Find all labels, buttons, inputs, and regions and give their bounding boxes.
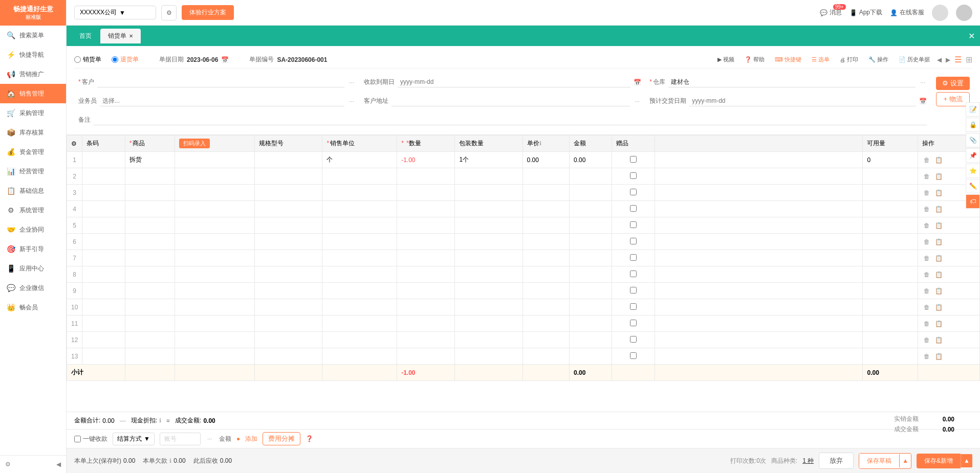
qty-cell[interactable] xyxy=(397,332,455,348)
amount-cell[interactable] xyxy=(570,348,612,365)
copy-icon[interactable]: 📋 xyxy=(933,206,944,213)
delete-icon[interactable]: 🗑 xyxy=(922,255,931,262)
pkg-qty-cell[interactable] xyxy=(455,250,522,266)
pkg-qty-cell[interactable] xyxy=(455,316,522,332)
radio-return-order[interactable]: 退货单 xyxy=(112,55,139,64)
unit-price-cell[interactable] xyxy=(522,299,570,316)
cash-discount-info[interactable]: ℹ xyxy=(159,417,161,424)
unit-price-cell[interactable] xyxy=(522,316,570,332)
col-settings[interactable]: ⚙ xyxy=(67,136,82,152)
unit-cell[interactable] xyxy=(322,299,397,316)
copy-icon[interactable]: 📋 xyxy=(933,189,944,196)
qty-cell[interactable] xyxy=(397,299,455,316)
select-btn[interactable]: ☰ 选单 xyxy=(809,54,833,65)
copy-icon[interactable]: 📋 xyxy=(933,238,944,245)
qty-cell[interactable] xyxy=(397,250,455,266)
sidebar-item-system[interactable]: ⚙ 系统管理 xyxy=(0,200,66,220)
pkg-qty-cell[interactable] xyxy=(455,185,522,201)
sidebar-item-basic[interactable]: 📋 基础信息 xyxy=(0,181,66,200)
close-all-button[interactable]: ✕ xyxy=(968,31,975,41)
unit-price-cell[interactable] xyxy=(522,234,570,250)
unit-price-cell[interactable] xyxy=(522,332,570,348)
gift-cell[interactable] xyxy=(612,168,655,185)
barcode-cell[interactable] xyxy=(82,185,125,201)
pkg-qty-cell[interactable]: 1个 xyxy=(455,152,522,168)
copy-icon[interactable]: 📋 xyxy=(933,222,944,229)
right-float-pin[interactable]: 📌 xyxy=(966,148,980,163)
right-float-lock[interactable]: 🔒 xyxy=(966,118,980,132)
product-cell[interactable] xyxy=(125,348,175,365)
delete-icon[interactable]: 🗑 xyxy=(922,189,931,196)
amount-cell[interactable] xyxy=(570,316,612,332)
save-draft-button[interactable]: 保存草稿 xyxy=(859,454,899,468)
grid-view-btn[interactable]: ⊞ xyxy=(966,55,972,64)
user-avatar-2[interactable] xyxy=(956,5,972,21)
sidebar-item-weixin[interactable]: 💬 企业微信 xyxy=(0,278,66,298)
pkg-qty-cell[interactable] xyxy=(455,332,522,348)
product-cell[interactable] xyxy=(125,266,175,283)
unit-price-cell[interactable] xyxy=(522,217,570,234)
warehouse-more-btn[interactable]: ··· xyxy=(919,79,927,86)
radio-sales-order[interactable]: 销货单 xyxy=(74,55,101,64)
gift-checkbox[interactable] xyxy=(630,336,637,343)
user-avatar[interactable] xyxy=(932,5,948,21)
copy-icon[interactable]: 📋 xyxy=(933,255,944,262)
prev-btn[interactable]: ◀ xyxy=(937,56,942,63)
qty-cell[interactable] xyxy=(397,217,455,234)
spec-cell[interactable] xyxy=(255,299,322,316)
qty-cell[interactable] xyxy=(397,185,455,201)
amount-cell[interactable] xyxy=(570,332,612,348)
one-click-checkbox[interactable] xyxy=(74,436,81,442)
sidebar-item-search[interactable]: 🔍 搜索菜单 xyxy=(0,26,66,45)
delete-icon[interactable]: 🗑 xyxy=(922,206,931,213)
barcode-cell[interactable] xyxy=(82,152,125,168)
product-cell[interactable] xyxy=(125,250,175,266)
copy-icon[interactable]: 📋 xyxy=(933,173,944,180)
barcode-cell[interactable] xyxy=(82,332,125,348)
right-float-star[interactable]: ⭐ xyxy=(966,164,980,178)
copy-icon[interactable]: 📋 xyxy=(933,156,944,164)
sidebar-item-finance[interactable]: 💰 资金管理 xyxy=(0,142,66,162)
unit-cell[interactable]: 个 xyxy=(322,152,397,168)
copy-icon[interactable]: 📋 xyxy=(933,287,944,295)
operate-btn[interactable]: 🔧 操作 xyxy=(865,54,891,65)
unit-cell[interactable] xyxy=(322,348,397,365)
qty-cell[interactable] xyxy=(397,266,455,283)
tab-home[interactable]: 首页 xyxy=(72,29,99,43)
warehouse-input[interactable] xyxy=(668,77,916,87)
gift-cell[interactable] xyxy=(612,185,655,201)
amount-cell[interactable] xyxy=(570,168,612,185)
gift-cell[interactable] xyxy=(612,217,655,234)
history-btn[interactable]: 📄 历史单据 xyxy=(896,54,933,65)
unit-price-cell[interactable] xyxy=(522,250,570,266)
delete-icon[interactable]: 🗑 xyxy=(922,222,931,229)
gift-checkbox[interactable] xyxy=(630,205,637,212)
gift-checkbox[interactable] xyxy=(630,271,637,277)
online-service-link[interactable]: 👤 在线客服 xyxy=(890,8,924,17)
barcode-cell[interactable] xyxy=(82,250,125,266)
barcode-cell[interactable] xyxy=(82,348,125,365)
settings-button[interactable]: ⚙ xyxy=(161,5,177,20)
spec-cell[interactable] xyxy=(255,152,322,168)
unit-price-cell[interactable]: 0.00 xyxy=(522,152,570,168)
address-more-btn[interactable]: ··· xyxy=(633,98,641,105)
amount-cell[interactable] xyxy=(570,217,612,234)
total-owe-info[interactable]: ℹ xyxy=(169,458,171,464)
unit-cell[interactable] xyxy=(322,266,397,283)
list-view-btn[interactable]: ☰ xyxy=(954,55,962,64)
amount-cell[interactable] xyxy=(570,283,612,299)
sidebar-item-sales[interactable]: 🏠 销售管理 xyxy=(0,84,66,103)
account-more-btn[interactable]: ··· xyxy=(206,435,214,442)
calc-method-select[interactable]: 结算方式 ▼ xyxy=(113,433,155,445)
amount-cell[interactable] xyxy=(570,234,612,250)
pkg-qty-cell[interactable] xyxy=(455,283,522,299)
right-float-edit[interactable]: ✏️ xyxy=(966,179,980,193)
amount-cell[interactable] xyxy=(570,299,612,316)
spec-cell[interactable] xyxy=(255,185,322,201)
spec-cell[interactable] xyxy=(255,266,322,283)
fee-split-btn[interactable]: 费用分摊 xyxy=(263,432,300,445)
payment-due-calendar[interactable]: 📅 xyxy=(634,79,641,86)
logistics-right-btn[interactable]: + 物流 xyxy=(936,92,970,106)
unit-price-cell[interactable] xyxy=(522,283,570,299)
product-cell[interactable]: 拆货 xyxy=(125,152,175,168)
